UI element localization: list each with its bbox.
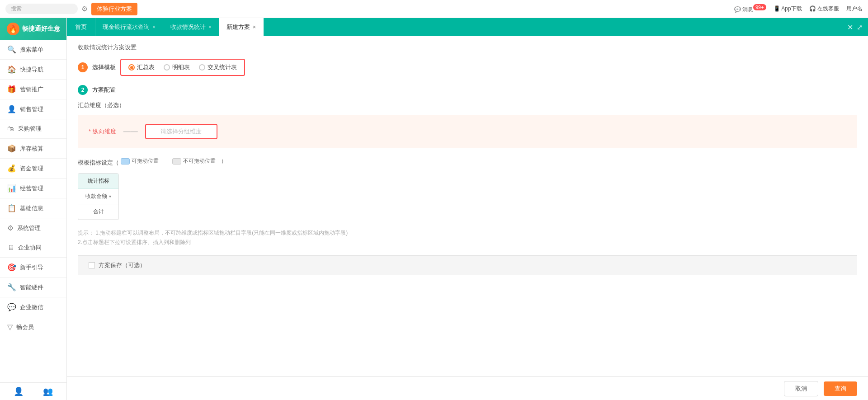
sidebar-logo: 🔥 畅捷通好生意 [0,18,66,40]
basic-icon: 📋 [7,204,16,212]
query-button[interactable]: 查询 [824,381,857,396]
finance-icon: 💰 [7,164,16,173]
cancel-button[interactable]: 取消 [784,381,818,396]
dropdown-arrow-icon: ▾ [109,194,111,199]
step1-num: 1 [78,62,88,72]
sidebar-item-sales[interactable]: 👤 销售管理 [0,99,66,119]
radio-cross[interactable]: 交叉统计表 [199,63,237,71]
enterprise-icon: 🖥 [7,244,14,252]
page-inner: 收款情况统计方案设置 1 选择模板 汇总表 [67,36,868,376]
sidebar-item-inventory[interactable]: 📦 库存核算 [0,139,66,159]
message-label: 消息 [742,6,753,13]
sidebar-item-guide[interactable]: 🎯 新手引导 [0,258,66,278]
metrics-cell-subtotal: 合计 [78,204,118,220]
tab-bar: 首页 现金银行流水查询 × 收款情况统计 × 新建方案 × ✕ ⤢ [67,18,868,36]
search-placeholder-text: 搜索 [11,5,22,12]
operations-icon: 📊 [7,184,16,193]
radio-detail-label: 明细表 [172,63,190,71]
tab-new-plan-close[interactable]: × [253,24,256,30]
sales-icon: 👤 [7,105,16,113]
dim-placeholder: 请选择分组维度 [160,128,202,135]
system-icon: ⚙ [7,224,14,232]
sidebar-label-marketing: 营销推广 [20,85,43,94]
tab-receivable-stats[interactable]: 收款情况统计 × [163,18,219,36]
sidebar-label-basic: 基础信息 [20,204,43,212]
config-section: 汇总维度（必选） 纵向维度 —— 请选择分组维度 [78,101,857,246]
sidebar-avatar1[interactable]: 👤 [14,386,24,396]
save-checkbox[interactable] [89,262,95,268]
logo-icon: 🔥 [7,23,19,35]
download-link[interactable]: 📱 App下载 [774,5,802,13]
template-select-box: 汇总表 明细表 交叉统计表 [120,59,245,76]
user-name[interactable]: 用户名 [846,5,863,13]
sidebar-label-quick-nav: 快捷导航 [20,66,43,74]
sidebar-item-quick-nav[interactable]: 🏠 快捷导航 [0,60,66,80]
sidebar-item-finance[interactable]: 💰 资金管理 [0,159,66,179]
logo-text: 畅捷通好生意 [22,25,60,33]
dim-arrow-icon: —— [123,127,138,136]
sidebar-label-guide: 新手引导 [20,264,43,272]
metrics-col-header-label: 统计指标 [88,178,109,184]
tab-close-all-icon[interactable]: ✕ [847,23,853,32]
legend-locked-label: 不可拖动位置 [183,157,216,165]
sidebar-item-weixin[interactable]: 💬 企业微信 [0,297,66,317]
search-menu-icon: 🔍 [7,45,16,54]
sidebar-item-system[interactable]: ⚙ 系统管理 [0,218,66,238]
step2-section: 2 方案配置 汇总维度（必选） 纵向维度 —— 请选择分组维度 [78,85,857,246]
sidebar-item-basic[interactable]: 📋 基础信息 [0,198,66,218]
dim-select-box[interactable]: 请选择分组维度 [145,124,217,139]
sidebar-item-member[interactable]: ▽ 畅会员 [0,317,66,337]
avatar2-icon: 👥 [43,386,53,396]
tab-home-label: 首页 [75,23,87,31]
member-icon: ▽ [7,323,13,331]
sidebar-item-hardware[interactable]: 🔧 智能硬件 [0,278,66,297]
tab-bank-flow-close[interactable]: × [152,24,156,30]
dim-area: 纵向维度 —— 请选择分组维度 [78,115,857,148]
metrics-cell-amount[interactable]: 收款金额 ▾ [78,189,118,204]
sidebar-label-purchase: 采购管理 [18,125,42,133]
tab-new-plan[interactable]: 新建方案 × [219,18,264,36]
sidebar-avatar2[interactable]: 👥 [43,386,53,396]
industry-button[interactable]: 体验行业方案 [91,3,137,15]
tab-receivable-stats-close[interactable]: × [208,24,212,30]
legend-draggable: 可拖动位置 [121,157,159,165]
radio-detail-circle [164,64,170,71]
legend-locked: 不可拖动位置 [172,157,216,165]
sidebar-item-enterprise[interactable]: 🖥 企业协同 [0,238,66,258]
tab-bank-flow[interactable]: 现金银行流水查询 × [95,18,163,36]
radio-detail[interactable]: 明细表 [164,63,190,71]
message-icon[interactable]: 💬 消息99+ [734,5,766,14]
sidebar-item-operations[interactable]: 📊 经营管理 [0,179,66,198]
tab-home[interactable]: 首页 [67,18,95,36]
step1-header: 1 选择模板 汇总表 明细表 [78,59,857,76]
sidebar: 🔥 畅捷通好生意 🔍 搜索菜单 🏠 快捷导航 🎁 营销推广 👤 销售管理 🛍 采… [0,18,67,400]
search-bar: 搜索 [5,4,78,14]
header-right: 💬 消息99+ 📱 App下载 🎧 在线客服 用户名 [734,5,863,14]
sidebar-label-operations: 经营管理 [20,184,43,193]
metric-amount-label: 收款金额 [85,193,107,200]
sidebar-item-search-menu[interactable]: 🔍 搜索菜单 [0,40,66,60]
bottom-bar: 取消 查询 [67,376,868,400]
metric-amount-dropdown: 收款金额 ▾ [85,193,111,200]
sidebar-item-marketing[interactable]: 🎁 营销推广 [0,80,66,99]
metrics-area: 统计指标 收款金额 ▾ 合计 [78,173,119,220]
indicator-title: 模板指标设定（ [78,159,119,166]
sidebar-label-finance: 资金管理 [20,165,43,173]
sidebar-item-purchase[interactable]: 🛍 采购管理 [0,119,66,139]
content-area: 首页 现金银行流水查询 × 收款情况统计 × 新建方案 × ✕ ⤢ 收款情况统计… [67,18,868,400]
radio-cross-label: 交叉统计表 [208,63,237,71]
sidebar-label-member: 畅会员 [16,323,34,331]
sidebar-label-search-menu: 搜索菜单 [20,46,43,54]
service-link[interactable]: 🎧 在线客服 [809,5,839,13]
metrics-col-stats: 统计指标 收款金额 ▾ 合计 [78,174,118,220]
radio-summary[interactable]: 汇总表 [128,63,155,71]
top-header: 搜索 ⚙ 体验行业方案 💬 消息99+ 📱 App下载 🎧 在线客服 用户名 [0,0,868,18]
guide-icon: 🎯 [7,263,16,272]
tip-2: 2.点击标题栏下拉可设置排序、插入列和删除列 [78,239,857,246]
tab-receivable-stats-label: 收款情况统计 [170,23,206,31]
message-badge: 99+ [753,4,766,10]
legend-draggable-box [121,158,130,165]
gear-icon[interactable]: ⚙ [81,5,88,13]
indicator-header: 模板指标设定（ 可拖动位置 不可拖动位置 [78,157,857,169]
tab-maximize-icon[interactable]: ⤢ [857,23,863,32]
